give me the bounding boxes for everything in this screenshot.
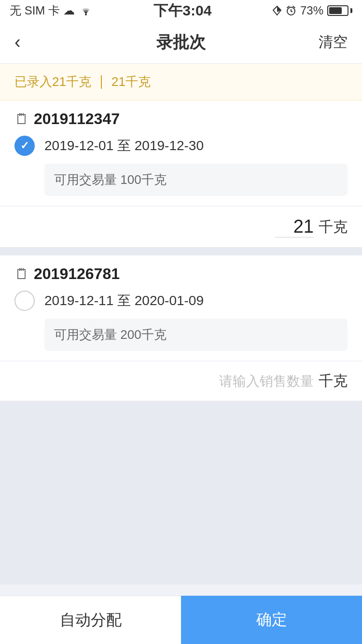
confirm-button[interactable]: 确定 xyxy=(181,596,362,644)
batch-header-1: 🗒 2019112347 xyxy=(14,110,348,128)
quantity-input-area-2: 请输入销售数量 千克 xyxy=(219,371,348,391)
quantity-row-1: 21 千克 xyxy=(0,207,362,248)
batch-available-1: 可用交易量 100千克 xyxy=(44,164,348,196)
status-right: 73% xyxy=(272,4,352,17)
status-bar: 无 SIM 卡 ☁ 下午3:04 73% xyxy=(0,0,362,21)
banner-divider xyxy=(101,75,102,89)
quantity-value-1[interactable]: 21 xyxy=(275,216,314,238)
check-mark-1: ✓ xyxy=(20,140,29,152)
recorded-value: 21千克 xyxy=(111,73,151,90)
batch-id-1: 2019112347 xyxy=(34,110,120,128)
alarm-icon xyxy=(286,5,296,16)
status-left: 无 SIM 卡 ☁ xyxy=(10,3,93,18)
quantity-unit-2: 千克 xyxy=(319,371,348,391)
no-sim-label: 无 SIM 卡 ☁ xyxy=(10,3,75,18)
section-separator xyxy=(0,248,362,255)
batch-date-1: 2019-12-01 至 2019-12-30 xyxy=(44,137,204,155)
bottom-bar: 自动分配 确定 xyxy=(0,596,362,644)
batch-card-1: 🗒 2019112347 ✓ 2019-12-01 至 2019-12-30 可… xyxy=(0,100,362,206)
location-icon xyxy=(272,5,282,16)
empty-area xyxy=(0,401,362,585)
quantity-input-area-1: 21 千克 xyxy=(275,216,348,238)
svg-point-0 xyxy=(85,14,87,15)
nav-bar: ‹ 录批次 清空 xyxy=(0,21,362,64)
quantity-unit-1: 千克 xyxy=(319,217,348,237)
wifi-icon xyxy=(79,5,93,16)
quantity-row-2: 请输入销售数量 千克 xyxy=(0,362,362,401)
doc-icon-2: 🗒 xyxy=(14,266,29,282)
batch-available-2: 可用交易量 200千克 xyxy=(44,319,348,351)
batch-row-1: ✓ 2019-12-01 至 2019-12-30 xyxy=(14,136,348,156)
batch-card-2: 🗒 2019126781 2019-12-11 至 2020-01-09 可用交… xyxy=(0,255,362,361)
radio-btn-2[interactable] xyxy=(14,291,35,311)
quantity-placeholder-2[interactable]: 请输入销售数量 xyxy=(219,372,314,391)
batch-row-2: 2019-12-11 至 2020-01-09 xyxy=(14,291,348,311)
clear-button[interactable]: 清空 xyxy=(319,32,348,52)
status-time: 下午3:04 xyxy=(153,1,211,21)
doc-icon-1: 🗒 xyxy=(14,111,29,127)
page-title: 录批次 xyxy=(156,31,206,54)
battery-percent: 73% xyxy=(300,4,323,17)
batch-date-2: 2019-12-11 至 2020-01-09 xyxy=(44,292,204,310)
batch-id-2: 2019126781 xyxy=(34,265,120,283)
radio-btn-1[interactable]: ✓ xyxy=(14,136,35,156)
recorded-label: 已录入21千克 xyxy=(14,73,91,90)
back-button[interactable]: ‹ xyxy=(14,32,43,53)
auto-distribute-button[interactable]: 自动分配 xyxy=(0,596,181,644)
battery-icon xyxy=(327,5,352,16)
info-banner: 已录入21千克 21千克 xyxy=(0,64,362,100)
batch-header-2: 🗒 2019126781 xyxy=(14,265,348,283)
